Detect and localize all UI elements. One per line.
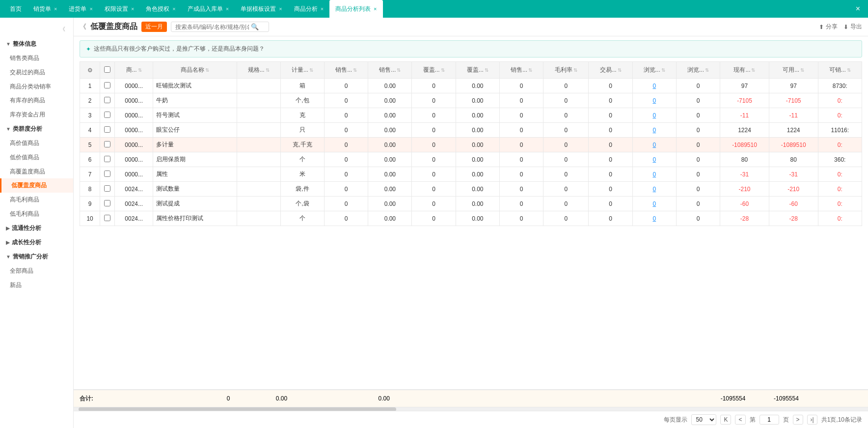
col-spec[interactable]: 规格...⇅	[237, 62, 280, 79]
nav-template[interactable]: 单据模板设置 ×	[235, 0, 288, 18]
row-view1[interactable]: 0	[632, 211, 676, 226]
sidebar-item-low-value[interactable]: 低价值商品	[0, 150, 73, 165]
col-cover1[interactable]: 覆盖...⇅	[412, 62, 456, 79]
row-select[interactable]	[104, 126, 110, 133]
row-view1[interactable]: 0	[632, 123, 676, 138]
share-btn[interactable]: ⬆ 分享	[819, 23, 838, 31]
nav-sales-close[interactable]: ×	[54, 6, 57, 12]
col-sales-qty[interactable]: 销售...⇅	[325, 62, 368, 79]
row-checkbox[interactable]	[100, 167, 115, 182]
row-checkbox[interactable]	[100, 197, 115, 211]
nav-purchase[interactable]: 进货单 ×	[63, 0, 98, 18]
row-select[interactable]	[104, 112, 110, 118]
last-page-btn[interactable]: ›|	[807, 415, 817, 425]
col-trans[interactable]: 交易...⇅	[589, 62, 632, 79]
row-checkbox[interactable]	[100, 182, 115, 197]
prev-page-btn[interactable]: <	[735, 415, 745, 425]
window-close-btn[interactable]: ×	[852, 4, 864, 13]
sidebar-section-flow[interactable]: ▶ 流通性分析	[0, 221, 73, 235]
col-sales-amt[interactable]: 销售...⇅	[368, 62, 412, 79]
row-checkbox[interactable]	[100, 108, 115, 123]
row-view1[interactable]: 0	[632, 138, 676, 152]
sidebar-section-marketing[interactable]: ▼ 营销推广分析	[0, 250, 73, 264]
nav-template-close[interactable]: ×	[279, 6, 282, 12]
row-select[interactable]	[104, 97, 110, 103]
row-checkbox[interactable]	[100, 93, 115, 108]
sidebar-item-sales-goods[interactable]: 销售类商品	[0, 51, 73, 65]
nav-analysis[interactable]: 商品分析 ×	[288, 0, 329, 18]
col-margin[interactable]: 毛利率⇅	[543, 62, 589, 79]
row-checkbox[interactable]	[100, 152, 115, 167]
row-select[interactable]	[104, 156, 110, 162]
time-filter-btn[interactable]: 近一月	[141, 22, 167, 32]
sidebar-item-all-goods[interactable]: 全部商品	[0, 264, 73, 278]
nav-sales[interactable]: 销货单 ×	[27, 0, 63, 18]
first-page-btn[interactable]: K	[720, 415, 731, 425]
nav-analysis-list[interactable]: 商品分析列表 ×	[329, 0, 382, 18]
row-select[interactable]	[104, 200, 110, 206]
row-select[interactable]	[104, 215, 110, 221]
row-select[interactable]	[104, 82, 110, 88]
row-checkbox[interactable]	[100, 123, 115, 138]
sidebar-item-high-value[interactable]: 高价值商品	[0, 136, 73, 150]
sidebar-item-stock-capital[interactable]: 库存资金占用	[0, 108, 73, 122]
row-view1[interactable]: 0	[632, 93, 676, 108]
col-stock3[interactable]: 可销...⇅	[818, 62, 862, 79]
col-cover2[interactable]: 覆盖...⇅	[456, 62, 499, 79]
row-view1[interactable]: 0	[632, 167, 676, 182]
select-all-checkbox[interactable]	[104, 66, 110, 73]
sidebar-item-low-coverage[interactable]: 低覆盖度商品	[0, 178, 73, 193]
col-sales3[interactable]: 销售...⇅	[499, 62, 543, 79]
settings-icon[interactable]: ⚙	[87, 67, 93, 74]
row-view1[interactable]: 0	[632, 197, 676, 211]
sidebar-item-high-coverage[interactable]: 高覆盖度商品	[0, 165, 73, 179]
row-view1[interactable]: 0	[632, 79, 676, 93]
sidebar-item-high-margin[interactable]: 高毛利商品	[0, 193, 73, 207]
content-collapse-btn[interactable]: 《	[80, 23, 86, 31]
horizontal-scrollbar[interactable]	[74, 407, 868, 411]
row-select[interactable]	[104, 141, 110, 147]
row-checkbox[interactable]	[100, 211, 115, 226]
col-unit[interactable]: 计量...⇅	[280, 62, 324, 79]
col-code[interactable]: 商...⇅	[115, 62, 153, 79]
sidebar-item-category-rate[interactable]: 商品分类动销率	[0, 80, 73, 94]
nav-permission[interactable]: 权限设置 ×	[99, 0, 140, 18]
nav-role[interactable]: 角色授权 ×	[140, 0, 181, 18]
nav-product[interactable]: 产成品入库单 ×	[182, 0, 235, 18]
col-view1[interactable]: 浏览...⇅	[632, 62, 676, 79]
nav-role-close[interactable]: ×	[172, 6, 175, 12]
sidebar-section-cluster[interactable]: ▼ 类群度分析	[0, 122, 73, 136]
row-checkbox[interactable]	[100, 79, 115, 93]
sidebar-section-overview[interactable]: ▼ 整体信息	[0, 37, 73, 51]
nav-analysis-list-close[interactable]: ×	[374, 6, 377, 12]
nav-purchase-close[interactable]: ×	[89, 6, 92, 12]
row-sales-qty: 0	[325, 167, 368, 182]
row-view1[interactable]: 0	[632, 108, 676, 123]
next-page-btn[interactable]: >	[793, 415, 803, 425]
col-stock1[interactable]: 现有...⇅	[720, 62, 769, 79]
row-checkbox[interactable]	[100, 138, 115, 152]
row-select[interactable]	[104, 185, 110, 192]
row-select[interactable]	[104, 171, 110, 177]
nav-analysis-close[interactable]: ×	[321, 6, 324, 12]
sidebar-collapse-btn[interactable]: 《	[56, 24, 69, 35]
row-view1[interactable]: 0	[632, 182, 676, 197]
per-page-select[interactable]: 50 100	[691, 414, 716, 425]
col-view2[interactable]: 浏览...⇅	[676, 62, 720, 79]
row-view1[interactable]: 0	[632, 152, 676, 167]
nav-permission-close[interactable]: ×	[131, 6, 134, 12]
page-number-input[interactable]	[760, 415, 779, 425]
sidebar-item-traded-goods[interactable]: 交易过的商品	[0, 65, 73, 80]
col-name[interactable]: 商品名称⇅	[153, 62, 237, 79]
sidebar-item-in-stock[interactable]: 有库存的商品	[0, 93, 73, 108]
table-container[interactable]: ⚙ 商...⇅ 商品名称⇅ 规格...⇅ 计量...⇅ 销售...⇅ 销售...…	[74, 61, 868, 389]
nav-home[interactable]: 首页	[4, 0, 27, 18]
sidebar-item-new-goods[interactable]: 新品	[0, 278, 73, 292]
search-input[interactable]	[175, 24, 249, 30]
sidebar-section-growth[interactable]: ▶ 成长性分析	[0, 235, 73, 250]
nav-product-close[interactable]: ×	[226, 6, 229, 12]
col-stock2[interactable]: 可用...⇅	[769, 62, 818, 79]
export-btn[interactable]: ⬇ 导出	[843, 23, 862, 31]
sidebar-item-low-margin[interactable]: 低毛利商品	[0, 207, 73, 221]
col-settings[interactable]: ⚙	[80, 62, 100, 79]
